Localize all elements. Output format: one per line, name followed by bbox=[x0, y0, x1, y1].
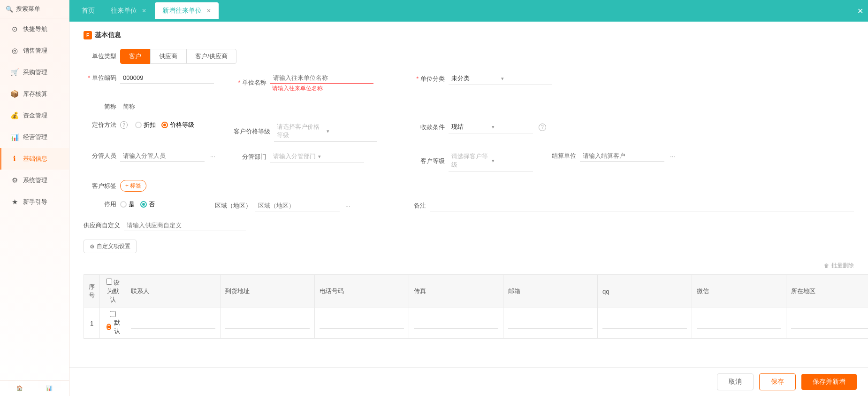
payment-terms-chevron: ▾ bbox=[492, 124, 530, 130]
row-wechat bbox=[692, 308, 786, 339]
region-field: 区域（地区） ··· bbox=[215, 200, 393, 211]
disabled-no-option[interactable]: 否 bbox=[140, 200, 155, 209]
unit-btn-customer[interactable]: 客户 bbox=[120, 49, 150, 64]
dept-select[interactable]: 请输入分管部门 ▾ bbox=[270, 150, 364, 163]
save-button[interactable]: 保存 bbox=[759, 373, 796, 390]
row-region-input[interactable] bbox=[791, 318, 868, 329]
row-wechat-input[interactable] bbox=[697, 318, 781, 329]
row-contact-input[interactable] bbox=[131, 318, 215, 329]
row-fax-input[interactable] bbox=[414, 318, 498, 329]
contacts-table: 序号 设为默认 联系人 到货地址 电话号码 传真 邮箱 qq 微信 所在地区 操… bbox=[84, 274, 868, 339]
supplier-custom-label: 供应商自定义 bbox=[84, 221, 120, 230]
remark-field: 备注 bbox=[393, 200, 854, 211]
disabled-field: 停用 是 否 bbox=[84, 200, 215, 209]
save-add-button[interactable]: 保存并新增 bbox=[801, 374, 857, 390]
disabled-yes-option[interactable]: 是 bbox=[120, 200, 135, 209]
unit-name-input[interactable] bbox=[270, 72, 373, 84]
sidebar-label-operations: 经营管理 bbox=[23, 133, 47, 141]
customer-level-label: 客户等级 bbox=[412, 157, 445, 165]
settlement-input[interactable] bbox=[580, 150, 664, 162]
pricing-help-icon[interactable]: ? bbox=[120, 121, 128, 129]
manager-input[interactable] bbox=[120, 150, 205, 162]
sidebar-label-finance: 资金管理 bbox=[23, 111, 47, 120]
unit-btn-supplier[interactable]: 供应商 bbox=[150, 49, 186, 64]
pricing-discount-option[interactable]: 折扣 bbox=[135, 121, 156, 129]
row-phone-input[interactable] bbox=[320, 318, 404, 329]
batch-delete-label[interactable]: 批量删除 bbox=[831, 262, 854, 270]
sidebar: 🔍 搜索菜单 ⊙ 快捷导航 ◎ 销售管理 🛒 采购管理 📦 库存核算 💰 资金管… bbox=[0, 0, 69, 396]
row-checkbox[interactable] bbox=[110, 311, 116, 317]
disabled-label: 停用 bbox=[84, 200, 116, 209]
customer-level-select[interactable]: 请选择客户等级 ▾ bbox=[449, 150, 533, 171]
remark-label: 备注 bbox=[393, 202, 426, 210]
trash-icon: 🗑 bbox=[824, 263, 830, 269]
supplier-custom-row: 供应商自定义 bbox=[84, 220, 854, 231]
code-name-category-row: 单位编码 单位名称 请输入往来单位名称 单位分类 未分类 ▾ bbox=[84, 72, 854, 93]
tab-new-partner-close[interactable]: ✕ bbox=[206, 8, 211, 14]
sidebar-item-guide[interactable]: ★ 新手引导 bbox=[0, 191, 69, 213]
sidebar-item-basic-info[interactable]: ℹ 基础信息 bbox=[0, 148, 69, 170]
customer-price-label: 客户价格等级 bbox=[234, 127, 270, 136]
region-input[interactable] bbox=[255, 200, 340, 211]
sidebar-item-finance[interactable]: 💰 资金管理 bbox=[0, 105, 69, 126]
sidebar-item-operations[interactable]: 📊 经营管理 bbox=[0, 126, 69, 148]
sidebar-label-basic-info: 基础信息 bbox=[23, 155, 47, 163]
cancel-button[interactable]: 取消 bbox=[717, 373, 754, 390]
tags-field: 客户标签 + 标签 bbox=[84, 180, 146, 192]
region-label: 区域（地区） bbox=[215, 202, 251, 210]
row-email-input[interactable] bbox=[508, 318, 593, 329]
pricing-level-option[interactable]: 价格等级 bbox=[161, 121, 194, 129]
form-content: F 基本信息 单位类型 客户 供应商 客户/供应商 单位编码 bbox=[69, 22, 868, 367]
unit-code-input[interactable] bbox=[120, 72, 214, 84]
row-phone bbox=[315, 308, 409, 339]
customer-level-placeholder: 请选择客户等级 bbox=[451, 152, 490, 169]
tab-bar: 首页 往来单位 ✕ 新增往来单位 ✕ ✕ bbox=[69, 0, 868, 22]
tab-partner-list[interactable]: 往来单位 ✕ bbox=[103, 2, 154, 19]
sidebar-item-sales[interactable]: ◎ 销售管理 bbox=[0, 40, 69, 62]
sidebar-item-quick-nav[interactable]: ⊙ 快捷导航 bbox=[0, 18, 69, 40]
region-more-btn[interactable]: ··· bbox=[343, 202, 352, 210]
unit-category-select[interactable]: 未分类 ▾ bbox=[449, 72, 552, 85]
tab-partner-list-close[interactable]: ✕ bbox=[142, 8, 146, 14]
unit-category-field: 单位分类 未分类 ▾ bbox=[412, 72, 562, 85]
sidebar-home-icon[interactable]: 🏠 bbox=[16, 385, 23, 391]
unit-category-value: 未分类 bbox=[451, 74, 499, 83]
disabled-radio-group: 是 否 bbox=[120, 200, 155, 209]
customer-level-chevron: ▾ bbox=[492, 158, 530, 164]
dept-placeholder: 请输入分管部门 bbox=[273, 152, 316, 161]
row-qq-input[interactable] bbox=[602, 318, 687, 329]
short-name-field: 简称 bbox=[84, 101, 234, 112]
short-name-input[interactable] bbox=[120, 101, 214, 112]
row-default-label: 默认 bbox=[113, 318, 121, 335]
sidebar-label-inventory: 库存核算 bbox=[23, 90, 47, 98]
row-default-radio-item[interactable]: 默认 bbox=[107, 318, 121, 335]
pricing-level-label: 价格等级 bbox=[170, 121, 194, 129]
remark-input[interactable] bbox=[430, 200, 854, 211]
unit-type-field: 单位类型 客户 供应商 客户/供应商 bbox=[84, 49, 236, 64]
custom-settings-button[interactable]: ⚙ 自定义项设置 bbox=[84, 240, 137, 253]
payment-terms-select[interactable]: 现结 ▾ bbox=[449, 121, 533, 133]
gear-icon: ⚙ bbox=[90, 243, 95, 250]
add-tag-button[interactable]: + 标签 bbox=[120, 180, 146, 192]
pricing-level-radio bbox=[161, 122, 168, 128]
disabled-no-label: 否 bbox=[149, 200, 155, 209]
system-icon: ⚙ bbox=[10, 176, 19, 185]
payment-terms-help-icon[interactable]: ? bbox=[539, 124, 546, 131]
settlement-more-btn[interactable]: ··· bbox=[668, 153, 677, 160]
unit-code-label: 单位编码 bbox=[84, 74, 116, 82]
row-address-input[interactable] bbox=[225, 318, 310, 329]
tab-close-all[interactable]: ✕ bbox=[857, 7, 863, 16]
customer-price-select[interactable]: 请选择客户价格等级 ▾ bbox=[274, 121, 377, 142]
unit-btn-both[interactable]: 客户/供应商 bbox=[186, 49, 236, 64]
tab-home[interactable]: 首页 bbox=[74, 2, 102, 19]
short-name-row: 简称 bbox=[84, 101, 854, 112]
sidebar-item-inventory[interactable]: 📦 库存核算 bbox=[0, 83, 69, 105]
supplier-custom-input[interactable] bbox=[124, 220, 246, 231]
sidebar-search[interactable]: 🔍 搜索菜单 bbox=[0, 0, 69, 18]
manager-more-btn[interactable]: ··· bbox=[208, 153, 217, 160]
sidebar-item-system[interactable]: ⚙ 系统管理 bbox=[0, 170, 69, 191]
tab-new-partner[interactable]: 新增往来单位 ✕ bbox=[155, 2, 219, 19]
select-all-checkbox[interactable] bbox=[106, 279, 112, 285]
sidebar-stats-icon[interactable]: 📊 bbox=[46, 385, 53, 391]
sidebar-item-purchase[interactable]: 🛒 采购管理 bbox=[0, 62, 69, 83]
